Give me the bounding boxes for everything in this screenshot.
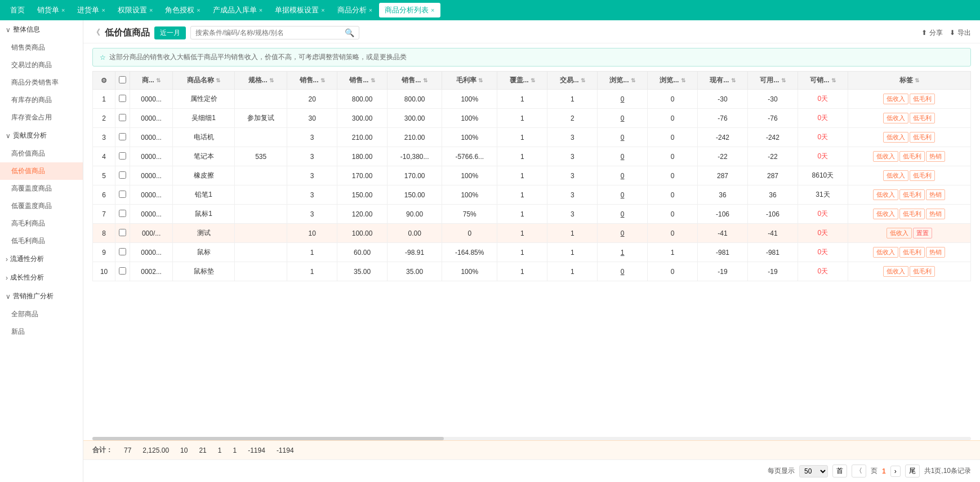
nav-permission[interactable]: 权限设置× [112, 3, 158, 17]
share-btn[interactable]: ⬆ 分享 [921, 28, 943, 38]
col-gross-rate[interactable]: 毛利率 ⇅ [442, 72, 497, 90]
col-sales-qty[interactable]: 销售... ⇅ [287, 72, 337, 90]
sidebar-collapse-btn[interactable]: 《 [92, 28, 100, 38]
nav-role-auth[interactable]: 角色授权× [159, 3, 206, 17]
filter-period-btn[interactable]: 近一月 [154, 26, 186, 39]
close-icon[interactable]: × [149, 7, 153, 14]
sidebar-item-stock-fund[interactable]: 库存资金占用 [0, 109, 83, 126]
col-transactions[interactable]: 交易... ⇅ [547, 72, 598, 90]
cell-checkbox[interactable] [115, 243, 130, 262]
row-checkbox[interactable] [119, 248, 126, 255]
col-views1[interactable]: 浏览... ⇅ [598, 72, 648, 90]
sidebar-group-contribution[interactable]: ∨ 贡献度分析 [0, 126, 83, 145]
row-checkbox[interactable] [119, 133, 126, 140]
cell-checkbox[interactable] [115, 185, 130, 205]
views-link[interactable]: 0 [621, 268, 625, 276]
col-spec[interactable]: 规格... ⇅ [235, 72, 287, 90]
col-settings[interactable]: ⚙ [93, 72, 115, 90]
col-sales-amount[interactable]: 销售... ⇅ [337, 72, 387, 90]
close-icon[interactable]: × [259, 7, 262, 14]
sidebar-item-category-sales-rate[interactable]: 商品分类销售率 [0, 74, 83, 91]
row-checkbox[interactable] [119, 95, 126, 102]
row-checkbox[interactable] [119, 114, 126, 121]
sidebar-item-high-coverage[interactable]: 高覆盖度商品 [0, 180, 83, 197]
close-icon[interactable]: × [431, 7, 434, 14]
sidebar-group-marketing[interactable]: ∨ 营销推广分析 [0, 287, 83, 306]
col-sellable[interactable]: 可销... ⇅ [798, 72, 848, 90]
cell-checkbox[interactable] [115, 166, 130, 185]
views-link[interactable]: 0 [621, 134, 625, 141]
row-checkbox[interactable] [119, 171, 126, 179]
views-link[interactable]: 0 [621, 191, 625, 199]
select-all-checkbox[interactable] [119, 76, 126, 83]
views-link[interactable]: 1 [621, 249, 625, 257]
sidebar-item-high-value[interactable]: 高价值商品 [0, 145, 83, 162]
row-checkbox[interactable] [119, 191, 126, 198]
sidebar-item-low-coverage[interactable]: 低覆盖度商品 [0, 197, 83, 215]
nav-analysis-list[interactable]: 商品分析列表× [379, 3, 440, 17]
sidebar-item-stocked-products[interactable]: 有库存的商品 [0, 91, 83, 109]
views-link[interactable]: 0 [621, 95, 625, 103]
close-icon[interactable]: × [321, 7, 324, 14]
search-icon[interactable]: 🔍 [345, 28, 354, 37]
nav-sales-order[interactable]: 销货单× [32, 3, 70, 17]
views-link[interactable]: 0 [621, 210, 625, 218]
last-page-btn[interactable]: 尾 [905, 465, 920, 477]
col-coverage[interactable]: 覆盖... ⇅ [497, 72, 547, 90]
views-link[interactable]: 0 [621, 229, 625, 237]
cell-checkbox[interactable] [115, 90, 130, 109]
sidebar-group-growth[interactable]: › 成长性分析 [0, 268, 83, 287]
close-icon[interactable]: × [101, 7, 105, 14]
row-checkbox[interactable] [119, 152, 126, 160]
col-code[interactable]: 商... ⇅ [130, 72, 173, 90]
export-btn[interactable]: ⬇ 导出 [950, 28, 971, 38]
col-sales-cost[interactable]: 销售... ⇅ [387, 72, 442, 90]
search-input[interactable] [195, 29, 345, 37]
sidebar-group-liquidity[interactable]: › 流通性分析 [0, 250, 83, 268]
sidebar-item-new-products[interactable]: 新品 [0, 323, 83, 341]
cell-checkbox[interactable] [115, 109, 130, 128]
col-available[interactable]: 可用... ⇅ [748, 72, 798, 90]
sidebar-item-high-margin[interactable]: 高毛利商品 [0, 215, 83, 232]
col-views2[interactable]: 浏览... ⇅ [648, 72, 698, 90]
sidebar-item-traded-products[interactable]: 交易过的商品 [0, 56, 83, 74]
row-checkbox[interactable] [119, 229, 126, 236]
sidebar-group-overall[interactable]: ∨ 整体信息 [0, 20, 83, 39]
next-page-btn[interactable]: › [890, 466, 901, 477]
nav-product-in[interactable]: 产成品入库单× [207, 3, 268, 17]
views-link[interactable]: 0 [621, 172, 625, 180]
cell-checkbox[interactable] [115, 128, 130, 147]
close-icon[interactable]: × [61, 7, 65, 14]
cell-tags: 低收入低毛利热销 [848, 243, 970, 262]
cell-sales-qty: 30 [287, 109, 337, 128]
nav-purchase-order[interactable]: 进货单× [72, 3, 110, 17]
footer-transactions: 21 [199, 446, 206, 454]
cell-checkbox[interactable] [115, 224, 130, 243]
views-link[interactable]: 0 [621, 153, 625, 161]
sidebar-item-low-margin[interactable]: 低毛利商品 [0, 232, 83, 250]
nav-home[interactable]: 首页 [5, 3, 30, 17]
nav-product-analysis[interactable]: 商品分析× [332, 3, 378, 17]
cell-tags: 低收入低毛利热销 [848, 147, 970, 166]
col-tags[interactable]: 标签 ⇅ [848, 72, 970, 90]
prev-page-btn[interactable]: 〈 [852, 465, 866, 477]
sidebar-item-sales-products[interactable]: 销售类商品 [0, 39, 83, 56]
col-current-stock[interactable]: 现有... ⇅ [698, 72, 748, 90]
row-checkbox[interactable] [119, 267, 126, 275]
cell-checkbox[interactable] [115, 147, 130, 166]
close-icon[interactable]: × [197, 7, 200, 14]
footer-sales-amount: 2,125.00 [142, 446, 169, 454]
first-page-btn[interactable]: 首 [832, 465, 847, 477]
nav-template[interactable]: 单据模板设置× [269, 3, 330, 17]
views-link[interactable]: 0 [621, 114, 625, 122]
sidebar-item-all-products[interactable]: 全部商品 [0, 306, 83, 323]
sidebar-item-low-value[interactable]: 低价值商品 [0, 162, 83, 180]
row-checkbox[interactable] [119, 210, 126, 217]
cell-tags: 低收入低毛利 [848, 128, 970, 147]
tag-label: 低毛利 [910, 170, 935, 181]
cell-checkbox[interactable] [115, 205, 130, 224]
cell-checkbox[interactable] [115, 262, 130, 281]
close-icon[interactable]: × [369, 7, 372, 14]
col-name[interactable]: 商品名称 ⇅ [172, 72, 234, 90]
per-page-select[interactable]: 50 100 200 [799, 465, 828, 477]
